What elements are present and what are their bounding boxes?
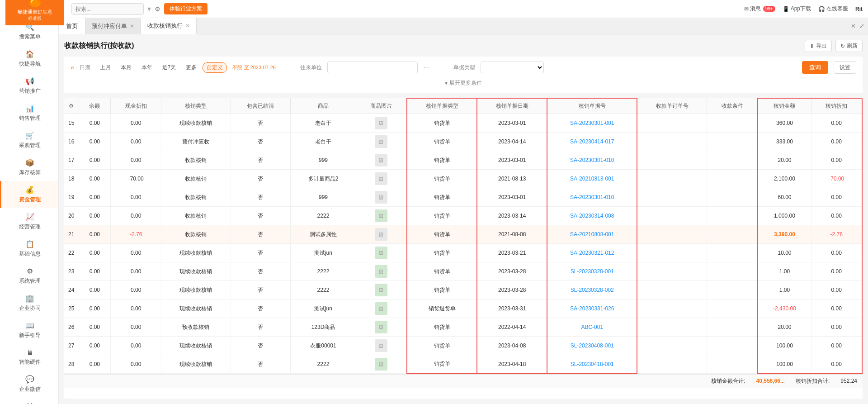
tab-prepaid[interactable]: 预付冲应付单 ✕ — [85, 18, 141, 34]
bill-no-link[interactable]: SL-20230418-001 — [571, 361, 614, 367]
td-no: 20 — [64, 207, 79, 225]
online-support-item[interactable]: 🎧 在线客服 — [818, 5, 848, 13]
td-verify-bill-no[interactable]: SL-20230408-001 — [547, 337, 637, 355]
notification-label: 消息 — [750, 5, 761, 13]
expand-more-row[interactable]: ▾ 展开更多条件 — [71, 77, 856, 89]
td-verify-bill-no[interactable]: SA-20210808-001 — [547, 225, 637, 244]
sidebar-item-nav[interactable]: 🏠 快捷导航 — [0, 45, 58, 72]
filter-area: » 日期 上月 本月 本年 近7天 更多 自定义 不限 至 2023-07-26… — [64, 57, 863, 93]
from-unit-input[interactable] — [327, 62, 418, 73]
tab-receipt-verify-close[interactable]: ✕ — [185, 23, 190, 29]
date-tag-this-year[interactable]: 本年 — [137, 62, 156, 73]
td-verify-amount: 1.00 — [758, 262, 811, 281]
expand-more-label: 展开更多条件 — [449, 79, 482, 87]
settings-icon[interactable]: ⚙ — [155, 5, 160, 13]
td-verify-bill-no[interactable]: SL-20230328-002 — [547, 281, 637, 299]
sidebar-item-system[interactable]: ⚙ 系统管理 — [0, 262, 58, 290]
bill-no-link[interactable]: SL-20230328-001 — [571, 268, 614, 275]
refresh-btn[interactable]: ↻ 刷新 — [835, 40, 863, 52]
date-tag-last-month[interactable]: 上月 — [96, 62, 115, 73]
th-settings[interactable]: ⚙ — [64, 98, 79, 114]
td-goods: 2222 — [291, 262, 356, 281]
td-verify-bill-type: 销货单 — [407, 133, 477, 151]
bill-no-link[interactable]: SA-20230301-010 — [570, 157, 614, 163]
tab-close-all-icon[interactable]: ✕ — [851, 23, 856, 29]
notification-item[interactable]: ✉ 消息 99+ — [744, 5, 775, 13]
bill-no-link[interactable]: SA-20230301-001 — [570, 120, 614, 126]
td-verify-type: 收款核销 — [161, 225, 231, 244]
table-header-row: ⚙ 余额 现金折扣 核销类型 包含已结清 商品 商品图片 核销单据类型 核销单据… — [64, 98, 862, 114]
layout: 🔍 搜索菜单 🏠 快捷导航 📢 营销推广 📊 销售管理 🛒 采购管理 📦 库存核… — [0, 18, 868, 404]
date-tag-custom[interactable]: 自定义 — [203, 62, 227, 73]
sidebar-item-operation[interactable]: 📈 经营管理 — [0, 208, 58, 235]
td-verify-bill-no[interactable]: ABC-001 — [547, 318, 637, 337]
dropdown-icon[interactable]: ▾ — [147, 5, 151, 13]
sidebar-item-guide[interactable]: 📖 新手引导 — [0, 317, 58, 344]
table-row: 19 0.00 0.00 收款核销 否 999 🖼 销货单 2023-03-01… — [64, 188, 862, 207]
bill-no-link[interactable]: ABC-001 — [581, 324, 603, 330]
td-verify-bill-no[interactable]: SL-20230418-001 — [547, 355, 637, 374]
sidebar-item-purchase[interactable]: 🛒 采购管理 — [0, 127, 58, 154]
export-btn[interactable]: ⬆ 导出 — [805, 40, 832, 52]
td-verify-bill-no[interactable]: SA-20210813-001 — [547, 170, 637, 188]
td-verify-bill-no[interactable]: SA-20230414-017 — [547, 133, 637, 151]
refresh-label: 刷新 — [847, 42, 858, 50]
sidebar-item-marketing[interactable]: 📢 营销推广 — [0, 72, 58, 100]
date-tag-7days[interactable]: 近7天 — [158, 62, 180, 73]
filter-settings-btn[interactable]: 设置 — [834, 61, 856, 74]
td-verify-bill-no[interactable]: SA-20230331-026 — [547, 299, 637, 318]
tab-expand-icon[interactable]: ⤢ — [859, 23, 864, 29]
bill-no-link[interactable]: SA-20230321-012 — [570, 250, 614, 256]
date-tag-group: 上月 本月 本年 近7天 更多 自定义 — [96, 62, 227, 73]
bill-type-select[interactable] — [481, 62, 544, 73]
tab-receipt-verify-label: 收款核销执行 — [147, 22, 183, 30]
td-receipt-order-no — [637, 244, 707, 262]
sidebar-item-enterprise[interactable]: 🏢 企业协同 — [0, 290, 58, 317]
filter-expand-icon[interactable]: » — [71, 64, 74, 71]
bill-no-link[interactable]: SA-20230331-026 — [570, 305, 614, 312]
sidebar-item-inventory[interactable]: 📦 库存核算 — [0, 154, 58, 181]
td-verify-bill-date: 2022-04-14 — [477, 318, 547, 337]
td-verify-bill-no[interactable]: SA-20230301-010 — [547, 188, 637, 207]
member-icon: V — [28, 402, 33, 404]
user-item[interactable]: Rit — [855, 6, 863, 12]
td-receipt-condition — [707, 299, 758, 318]
sidebar-item-hardware[interactable]: 🖥 智能硬件 — [0, 344, 58, 371]
td-receipt-order-no — [637, 133, 707, 151]
td-verify-amount: 1.00 — [758, 281, 811, 299]
sidebar-item-finance[interactable]: 💰 资金管理 — [0, 181, 58, 208]
td-verify-bill-no[interactable]: SA-20230321-012 — [547, 244, 637, 262]
sidebar-item-weixin[interactable]: 💬 企业微信 — [0, 371, 58, 398]
td-verify-bill-no[interactable]: SA-20230314-008 — [547, 207, 637, 225]
top-bar: 🍊 畅捷通谁好生意 标准版 ▾ ⚙ 体验行业方案 ✉ 消息 99+ 📱 App下… — [0, 0, 868, 18]
industry-btn[interactable]: 体验行业方案 — [164, 3, 208, 14]
tab-receipt-verify[interactable]: 收款核销执行 ✕ — [141, 18, 197, 34]
bill-no-link[interactable]: SA-20230301-010 — [570, 194, 614, 200]
sidebar-item-label: 搜索菜单 — [19, 33, 41, 41]
bill-no-link[interactable]: SA-20210813-001 — [570, 176, 614, 182]
query-btn[interactable]: 查询 — [802, 61, 828, 74]
td-verify-bill-date: 2021-08-13 — [477, 170, 547, 188]
sidebar-item-member[interactable]: V 畅会员 — [0, 398, 58, 404]
table-row: 17 0.00 0.00 收款核销 否 999 🖼 销货单 2023-03-01… — [64, 151, 862, 170]
date-tag-this-month[interactable]: 本月 — [117, 62, 136, 73]
td-verify-bill-no[interactable]: SL-20230328-001 — [547, 262, 637, 281]
td-goods: 老白干 — [291, 133, 356, 151]
bill-no-link[interactable]: SL-20230408-001 — [571, 342, 614, 349]
bill-no-link[interactable]: SA-20210808-001 — [570, 231, 614, 238]
td-verify-bill-no[interactable]: SA-20230301-001 — [547, 114, 637, 133]
td-verify-bill-no[interactable]: SA-20230301-010 — [547, 151, 637, 170]
sidebar-item-sales[interactable]: 📊 销售管理 — [0, 100, 58, 127]
td-receipt-order-no — [637, 318, 707, 337]
top-bar-search[interactable] — [71, 3, 144, 15]
tab-prepaid-close[interactable]: ✕ — [130, 23, 134, 29]
bill-no-link[interactable]: SA-20230414-017 — [570, 138, 614, 145]
th-include-settled: 包含已结清 — [231, 98, 291, 114]
app-download-item[interactable]: 📱 App下载 — [783, 5, 811, 13]
date-tag-more[interactable]: 更多 — [182, 62, 201, 73]
notification-icon: ✉ — [744, 6, 749, 12]
sidebar-item-basic-info[interactable]: 📋 基础信息 — [0, 235, 58, 262]
td-verify-type: 预付冲应收 — [161, 133, 231, 151]
bill-no-link[interactable]: SA-20230314-008 — [570, 213, 614, 219]
bill-no-link[interactable]: SL-20230328-002 — [571, 287, 614, 293]
